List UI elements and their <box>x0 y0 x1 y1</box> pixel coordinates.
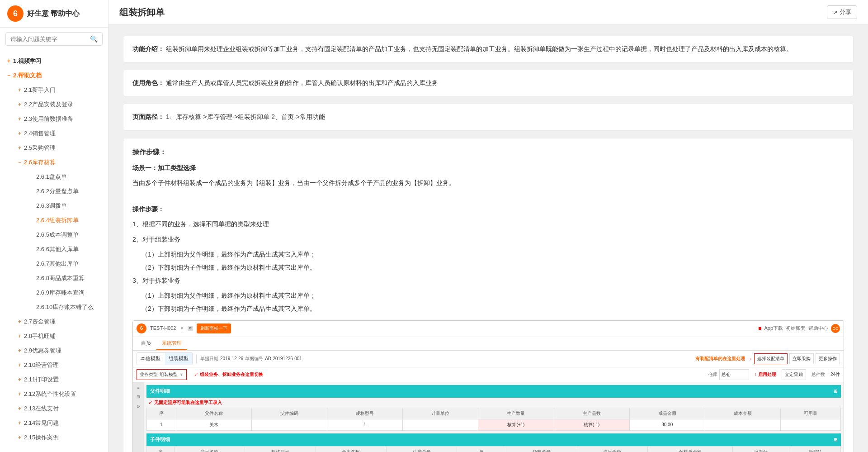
col-cost-amt: 成本金额 <box>705 408 780 419</box>
bill-value: AD-20191226-001 <box>265 355 302 363</box>
sidebar-item-new-user[interactable]: + 2.1新手入门 <box>11 83 108 97</box>
steps-sub-title: 操作步骤： <box>132 204 844 215</box>
collapse-icon: − <box>7 72 10 79</box>
upper-table-expand-icon[interactable]: ⊞ <box>834 387 837 395</box>
sidebar-item-sales[interactable]: + 2.4销售管理 <box>11 126 108 141</box>
sidebar-item-stocktake[interactable]: 2.6.1盘点单 <box>22 170 108 184</box>
sidebar-item-video[interactable]: + 1.视频学习 <box>0 54 108 68</box>
screenshot-container: 6 TEST-H002 ▼ ⟳ 刷新面板一下 App下载 初始账套 帮助中心 <box>132 320 844 452</box>
sidebar-item-stock-query[interactable]: 2.6.9库存账本查询 <box>22 285 108 300</box>
search-input[interactable] <box>10 36 90 43</box>
sidebar-item-assembly[interactable]: 2.6.4组装拆卸单 <box>22 213 108 228</box>
refresh-indicator: ⟳ <box>188 326 193 331</box>
screenshot-inner: 6 TEST-H002 ▼ ⟳ 刷新面板一下 App下载 初始账套 帮助中心 <box>133 321 844 452</box>
sidebar-item-faq[interactable]: + 2.14常见问题 <box>11 416 108 430</box>
content-area: 功能介绍： 组装拆卸单用来处理企业组装或拆卸等加工业务，支持有固定装配清单的产品… <box>108 25 868 452</box>
col-parent-name: 父件名称 <box>176 408 251 419</box>
btn-benxin[interactable]: 本信模型 <box>137 353 164 365</box>
lcol-material-qty: 领料单量 <box>506 446 577 452</box>
app-tab-strip: 自员 系统管理 <box>133 337 844 351</box>
sidebar-item-custom[interactable]: + 2.12系统个性化设置 <box>11 387 108 401</box>
sidebar-item-purchase[interactable]: + 2.5采购管理 <box>11 141 108 155</box>
lcol-seq: 序 <box>147 446 175 452</box>
lcol-name: 商品名称 <box>174 446 245 452</box>
col-spec: 规格型号 <box>327 408 403 419</box>
sidebar-item-docs[interactable]: − 2.帮助文档 <box>0 68 108 83</box>
search-box[interactable]: 🔍 <box>5 32 103 46</box>
tab-ziyuan[interactable]: 自员 <box>136 337 156 351</box>
btn-zuhe[interactable]: 组装模型 <box>165 353 192 365</box>
path-label: 页面路径： <box>132 113 164 120</box>
left-icon-1[interactable]: ≡ <box>137 384 139 391</box>
app-content-area: ≡ ⊞ ⊙ 父件明细 ⊞ <box>133 382 844 452</box>
role-text: 通常由生产人员或库管人员完成拆装业务的操作，库管人员确认原材料的出库和产成品的入… <box>166 79 438 86</box>
app-logo: 6 <box>7 5 24 22</box>
red-dot-icon <box>759 327 761 330</box>
tab-xitong[interactable]: 系统管理 <box>156 337 187 351</box>
user-avatar: CC <box>831 324 840 333</box>
btn-add-purchase[interactable]: 立即采购 <box>789 353 814 364</box>
nav-tree: + 1.视频学习 − 2.帮助文档 + 2.1新手入门 + 2.2产品安装及登录… <box>0 50 108 452</box>
sidebar-item-print[interactable]: + 2.11打印设置 <box>11 372 108 387</box>
separator1 <box>196 354 197 363</box>
btn-confirm[interactable]: 立定采购 <box>782 369 806 380</box>
sidebar-item-partial-stock[interactable]: 2.6.2分量盘点单 <box>22 184 108 199</box>
warehouse-input[interactable]: 总仓 <box>719 369 749 380</box>
intro-box: 功能介绍： 组装拆卸单用来处理企业组装或拆卸等加工业务，支持有固定装配清单的产品… <box>123 36 854 62</box>
sidebar-item-mobile[interactable]: + 2.8手机旺铺 <box>11 329 108 343</box>
biz-type-value: 组装模型 <box>160 371 178 379</box>
biz-type-label: 业务类型 <box>140 371 158 379</box>
sidebar-item-coupon[interactable]: + 2.9优惠券管理 <box>11 343 108 358</box>
lower-table-header: 子件明细 ⊞ <box>146 433 841 446</box>
warehouse-label: 仓库 <box>708 371 717 379</box>
scene-title: 场景一：加工类型选择 <box>132 162 844 174</box>
page-title: 组装拆卸单 <box>119 6 165 19</box>
sidebar-item-account-wrong[interactable]: 2.6.10库存账本错了么 <box>22 300 108 314</box>
sidebar-item-other-in[interactable]: 2.6.6其他入库单 <box>22 242 108 257</box>
step-3: 3、对于拆装业务 <box>132 275 844 286</box>
upper-table-header: 父件明细 ⊞ <box>146 385 841 398</box>
callout-orange: 有装配清单的在这里处理 <box>695 355 745 363</box>
refresh-btn[interactable]: 刷新面板一下 <box>197 324 231 333</box>
sidebar-item-goods-cost[interactable]: 2.6.8商品成本重算 <box>22 271 108 285</box>
sidebar-item-capital[interactable]: + 2.7资金管理 <box>11 314 108 329</box>
upper-table-label: 父件明细 <box>150 387 170 396</box>
btn-select-bom[interactable]: 选择装配清单 <box>754 353 788 364</box>
lower-table-label: 子件明细 <box>150 435 170 444</box>
lcol-spec: 规格型号 <box>245 446 316 452</box>
sidebar-item-online-pay[interactable]: + 2.13在线支付 <box>11 401 108 416</box>
upper-table-row: 1 关木 1 核算(+1) 核算(-1) 30.00 <box>147 419 841 431</box>
sidebar-sub-docs: + 2.1新手入门 + 2.2产品安装及登录 + 2.3使用前数据准备 + 2.… <box>0 83 108 445</box>
date-value: 2019-12-26 <box>220 355 243 363</box>
steps-box: 操作步骤： 场景一：加工类型选择 当由多个子件材料组装成一个成品的业务为【组装】… <box>123 138 854 452</box>
app-title: 好生意 帮助中心 <box>27 9 80 19</box>
callout-manual-entry: ↙ 无固定流序可组装在这里手工录入 <box>146 398 841 408</box>
search-icon[interactable]: 🔍 <box>90 35 98 43</box>
bill-label: 单据编号 <box>245 355 263 363</box>
app-main-content: 父件明细 ⊞ ↙ 无固定流序可组装在这里手工录入 <box>144 382 844 452</box>
sidebar-item-other-out[interactable]: 2.6.7其他出库单 <box>22 257 108 271</box>
sidebar-item-prepare[interactable]: + 2.3使用前数据准备 <box>11 112 108 126</box>
sidebar-item-install[interactable]: + 2.2产品安装及登录 <box>11 97 108 112</box>
business-type-field: 业务类型 组装模型 ▼ <box>137 369 187 380</box>
lower-table-expand-icon[interactable]: ⊞ <box>834 436 837 444</box>
col-main-qty: 主产品数 <box>554 408 629 419</box>
share-button[interactable]: ↗ 分享 <box>827 5 857 19</box>
lower-table-section: 子件明细 ⊞ 序 商品名称 规格型号 仓 <box>146 433 841 452</box>
col-parent-code: 父件编码 <box>251 408 327 419</box>
expand-icon: + <box>7 58 10 64</box>
left-icon-2[interactable]: ⊞ <box>137 393 140 400</box>
steps-title: 操作步骤： <box>132 146 844 158</box>
sidebar-item-inventory[interactable]: − 2.6库存核算 <box>11 155 108 170</box>
app-toolbar: 本信模型 组装模型 单据日期 2019-12-26 单据编号 AD-201912… <box>133 351 844 367</box>
date-label: 单据日期 <box>200 355 218 363</box>
sidebar-item-adjust[interactable]: 2.6.3调拨单 <box>22 199 108 213</box>
step-1: 1、根据不同的业务，选择不同单据的类型来处理 <box>132 219 844 230</box>
sidebar-item-ops[interactable]: + 2.10经营管理 <box>11 358 108 372</box>
sidebar-item-cases[interactable]: + 2.15操作案例 <box>11 430 108 445</box>
app-left-icons: ≡ ⊞ ⊙ <box>133 382 144 452</box>
sidebar-item-cost-adjust[interactable]: 2.6.5成本调整单 <box>22 228 108 242</box>
warehouse-field: 仓库 总仓 <box>708 369 749 380</box>
left-icon-3[interactable]: ⊙ <box>137 403 140 410</box>
btn-more-actions[interactable]: 更多操作 <box>816 353 840 364</box>
